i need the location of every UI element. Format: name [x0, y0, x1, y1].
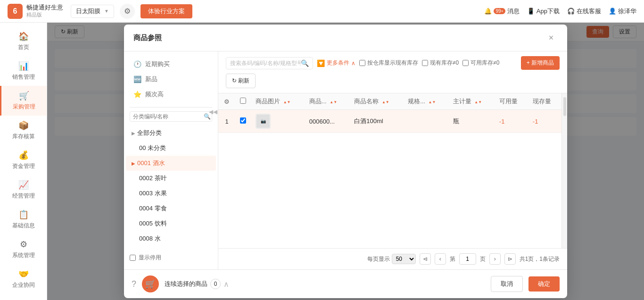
sort-arrows-unit: ▲▼ — [474, 100, 482, 104]
category-item-water[interactable]: 0008 水 — [126, 231, 216, 246]
next-page-button[interactable]: › — [489, 253, 501, 265]
col-gear[interactable]: ⚙ — [218, 93, 235, 110]
stock-filter-label: 现有库存≠0 — [430, 59, 459, 67]
brand-edition: 精品版 — [26, 11, 63, 18]
col-code[interactable]: 商品... ▲▼ — [305, 93, 350, 110]
service-button[interactable]: 🎧 在线客服 — [567, 7, 601, 16]
modal-title: 商品参照 — [133, 33, 162, 42]
category-item-appliance[interactable]: 0010 家电 — [126, 246, 216, 250]
settings-icon[interactable]: ⚙ — [120, 4, 135, 19]
filter-icon: 🔽 — [317, 59, 325, 67]
sort-arrows-spec: ▲▼ — [429, 100, 436, 104]
cart-button[interactable]: 🛒 — [142, 275, 159, 292]
sidebar-item-finance[interactable]: 💰 资金管理 — [0, 145, 47, 175]
category-label-all: 全部分类 — [137, 129, 162, 137]
modal-left-footer: 显示停用 — [124, 250, 218, 266]
prev-page-button[interactable]: ‹ — [435, 253, 446, 265]
category-search: 🔍 — [130, 111, 212, 122]
usable-filter[interactable]: 可用库存≠0 — [462, 59, 499, 67]
help-icon[interactable]: ? — [132, 279, 136, 289]
modal-body: 🕐 近期购买 🆕 新品 ⭐ 频次高 — [124, 51, 567, 269]
category-search-input[interactable] — [133, 113, 204, 120]
cta-button[interactable]: 体验行业方案 — [140, 4, 192, 18]
frequent-tab[interactable]: ⭐ 频次高 — [130, 87, 212, 101]
collab-icon: 🤝 — [18, 269, 29, 279]
row-unit: 瓶 — [448, 110, 495, 133]
category-item-beverage[interactable]: 0005 饮料 — [126, 216, 216, 231]
product-search-icon[interactable]: 🔍 — [301, 59, 309, 67]
stock-checkbox[interactable] — [422, 60, 428, 66]
category-item-all[interactable]: ▶ 全部分类 — [126, 125, 216, 141]
new-products-tab[interactable]: 🆕 新品 — [130, 72, 212, 86]
per-page-dropdown[interactable]: 50 10 20 100 — [392, 254, 416, 264]
category-item-liquor[interactable]: ▶ 0001 酒水 — [126, 156, 216, 171]
warehouse-filter-label: 按仓库显示现有库存 — [367, 59, 418, 67]
finance-icon: 💰 — [18, 150, 29, 160]
product-search-input[interactable] — [230, 60, 301, 67]
page-input[interactable] — [459, 253, 476, 265]
row-checkbox[interactable] — [240, 117, 246, 124]
recent-purchase-tab[interactable]: 🕐 近期购买 — [130, 57, 212, 71]
cancel-button[interactable]: 取消 — [491, 276, 523, 292]
filter-arrow: ∧ — [351, 60, 355, 67]
sidebar-item-sales[interactable]: 📊 销售管理 — [0, 56, 47, 86]
top-nav: 6 畅捷通好生意 精品版 日太阳膜 ▼ ⚙ 体验行业方案 🔔 99+ 消息 📱 … — [0, 0, 644, 23]
sidebar-item-business[interactable]: 📈 经营管理 — [0, 175, 47, 205]
collapse-panel-button[interactable]: ◀◀ — [208, 102, 218, 121]
col-image[interactable]: 商品图片 ▲▼ — [251, 93, 305, 110]
sales-icon: 📊 — [18, 61, 29, 71]
col-unit[interactable]: 主计量 ▲▼ — [448, 93, 495, 110]
user-profile[interactable]: 👤 徐泽华 — [609, 7, 636, 16]
base-icon: 📋 — [18, 209, 29, 220]
modal-left-panel: 🕐 近期购买 🆕 新品 ⭐ 频次高 — [124, 51, 218, 269]
new-product-button[interactable]: + 新增商品 — [521, 56, 560, 70]
user-icon: 👤 — [609, 8, 616, 15]
confirm-button[interactable]: 确定 — [528, 276, 560, 292]
category-item-fruit[interactable]: 0003 水果 — [126, 186, 216, 201]
sidebar-item-guide[interactable]: 📖 新手引导 — [0, 294, 47, 300]
scroll-thumb[interactable] — [563, 97, 566, 116]
sidebar-label-system: 系统管理 — [12, 251, 35, 259]
modal-close-button[interactable]: × — [545, 31, 558, 44]
stock-filter[interactable]: 现有库存≠0 — [422, 59, 459, 67]
notification-button[interactable]: 🔔 99+ 消息 — [484, 7, 519, 16]
modal-table-wrap: ⚙ 商品图片 ▲▼ — [218, 93, 561, 248]
table-row[interactable]: 1 📷 — [218, 110, 561, 133]
store-selector[interactable]: 日太阳膜 ▼ — [71, 5, 114, 18]
refresh-button[interactable]: ↻ 刷新 — [226, 74, 256, 88]
app-download-button[interactable]: 📱 App下载 — [527, 7, 560, 16]
pagination: 每页显示 50 10 20 100 ⊲ ‹ 第 — [218, 248, 567, 269]
product-reference-modal: 商品参照 × 🕐 近期购买 🆕 — [124, 25, 567, 298]
usable-checkbox[interactable] — [462, 60, 469, 66]
category-label-beverage: 0005 饮料 — [139, 219, 167, 228]
warehouse-checkbox[interactable] — [359, 60, 365, 66]
selected-count-badge: 0 — [210, 279, 221, 289]
sidebar-item-collab[interactable]: 🤝 企业协同 — [0, 264, 47, 294]
sidebar-item-system[interactable]: ⚙ 系统管理 — [0, 234, 47, 264]
sidebar-item-inventory[interactable]: 📦 库存核算 — [0, 116, 47, 145]
purchase-icon: 🛒 — [19, 91, 29, 101]
new-tab-label: 新品 — [145, 75, 157, 83]
category-item-snack[interactable]: 0004 零食 — [126, 201, 216, 216]
page-label: 第 — [450, 255, 455, 263]
col-name[interactable]: 商品名称 ▲▼ — [349, 93, 403, 110]
mobile-icon: 📱 — [527, 8, 535, 15]
more-filters-button[interactable]: 🔽 更多条件 ∧ — [317, 59, 355, 67]
col-spec[interactable]: 规格... ▲▼ — [403, 93, 448, 110]
last-page-button[interactable]: ⊳ — [504, 253, 516, 265]
warehouse-filter[interactable]: 按仓库显示现有库存 — [359, 59, 418, 67]
sidebar-item-purchase[interactable]: 🛒 采购管理 — [0, 86, 47, 116]
logo-icon: 6 — [8, 4, 23, 19]
sidebar-item-home[interactable]: 🏠 首页 — [0, 26, 47, 56]
first-page-button[interactable]: ⊲ — [420, 253, 431, 265]
category-label-fruit: 0003 水果 — [139, 189, 167, 198]
category-item-tea[interactable]: 0002 茶叶 — [126, 171, 216, 186]
sidebar-item-base[interactable]: 📋 基础信息 — [0, 205, 47, 234]
row-spec — [403, 110, 448, 133]
collapse-footer-icon[interactable]: ∧ — [223, 280, 229, 289]
show-disabled-checkbox[interactable] — [130, 255, 136, 261]
select-all-checkbox[interactable] — [240, 98, 246, 104]
category-item-uncategorized[interactable]: 00 未分类 — [126, 141, 216, 156]
show-disabled-label[interactable]: 显示停用 — [130, 254, 212, 262]
modal-overlay: 商品参照 × 🕐 近期购买 🆕 — [47, 23, 644, 300]
